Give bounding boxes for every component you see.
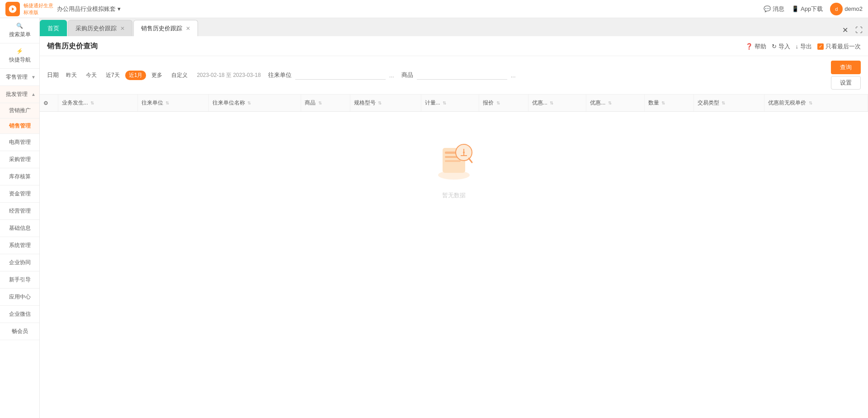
sort-icon-discount1: ⇅ [550,100,553,105]
col-discount1[interactable]: 优惠... ⇅ [528,95,586,112]
sidebar-label-wholesale: 批发管理 [4,90,29,98]
date-option-today[interactable]: 今天 [82,71,100,80]
sidebar-item-inventory[interactable]: 库存核算 [0,168,39,185]
tab-bar-actions: ✕ ⛶ [840,24,868,36]
sidebar-item-wholesale[interactable]: 批发管理 ▲ [0,86,39,103]
app-selector[interactable]: 办公用品行业模拟账套 ▾ [57,5,121,13]
maximize-btn[interactable]: ⛶ [854,24,864,36]
tab-close-sales[interactable]: ✕ [186,26,190,31]
col-pretax-price[interactable]: 优惠前无税单价 ⇅ [764,95,868,112]
sales-track-label: 销售历史价跟踪 [141,24,182,33]
date-option-yesterday[interactable]: 昨天 [62,71,80,80]
tab-purchase-track[interactable]: 采购历史价跟踪 ✕ [68,20,132,36]
sidebar-item-corp-collab[interactable]: 企业协同 [0,254,39,271]
help-icon: ❓ [745,43,753,50]
sidebar-label-operations: 经营管理 [9,207,31,215]
table-head: ⚙ 业务发生... ⇅ 往来单位 ⇅ 往来单位名称 [40,95,868,112]
svg-line-9 [469,158,472,162]
table-settings-icon[interactable]: ⚙ [43,100,48,106]
message-label: 消息 [773,5,784,13]
settings-button[interactable]: 设置 [831,76,861,90]
chevron-down-icon: ▾ [118,5,121,12]
tab-home[interactable]: 首页 [40,20,67,36]
sidebar-item-marketing[interactable]: 营销推广 [0,103,39,119]
col-partner-name-label: 往来单位名称 [212,100,245,106]
date-option-7days[interactable]: 近7天 [102,71,123,80]
sidebar-item-operations[interactable]: 经营管理 [0,203,39,220]
sidebar-label-member: 畅会员 [12,328,28,335]
col-price[interactable]: 报价 ⇅ [479,95,528,112]
sidebar-item-corp-wechat[interactable]: 企业微信 [0,306,39,323]
import-btn[interactable]: ↻ 导入 [772,43,790,51]
date-option-custom[interactable]: 自定义 [168,71,191,80]
partner-input[interactable] [295,71,386,80]
sort-icon-trade-type: ⇅ [722,100,725,105]
content-area: 首页 采购历史价跟踪 ✕ 销售历史价跟踪 ✕ ✕ ⛶ 销售历史价查询 [40,18,868,418]
date-option-1month[interactable]: 近1月 [125,71,146,80]
topbar-left: 畅捷通好生意 标准版 办公用品行业模拟账套 ▾ [5,2,121,16]
sidebar-item-retail[interactable]: 零售管理 ▼ [0,69,39,86]
filter-row: 日期 昨天 今天 近7天 近1月 更多 自定义 2023-02-18 至 202… [40,56,868,95]
sort-icon-partner-name: ⇅ [247,100,251,105]
user-label: demo2 [844,5,863,12]
page-header-actions: ❓ 帮助 ↻ 导入 ↓ 导出 只看最后一次 [745,43,861,51]
sidebar-item-basic[interactable]: 基础信息 [0,220,39,237]
data-table: ⚙ 业务发生... ⇅ 往来单位 ⇅ 往来单位名称 [40,95,868,112]
only-last-checkbox[interactable]: 只看最后一次 [817,43,861,51]
col-unit-label: 计量... [425,100,440,106]
col-goods[interactable]: 商品 ⇅ [301,95,350,112]
sidebar-item-sales[interactable]: 销售管理 [0,119,39,134]
filter-goods-group: 商品 ... [401,71,516,80]
tab-sales-track[interactable]: 销售历史价跟踪 ✕ [133,20,198,36]
sidebar-item-newbie[interactable]: 新手引导 [0,271,39,289]
user-menu[interactable]: d demo2 [830,3,863,15]
col-quantity[interactable]: 数量 ⇅ [645,95,694,112]
col-pretax-price-label: 优惠前无税单价 [768,100,806,106]
sort-icon-discount2: ⇅ [608,100,612,105]
help-btn[interactable]: ❓ 帮助 [745,43,766,51]
col-partner-code[interactable]: 往来单位 ⇅ [138,95,209,112]
sidebar-item-search[interactable]: 🔍 搜索菜单 [0,18,39,43]
sidebar-item-purchase[interactable]: 采购管理 [0,151,39,168]
col-spec[interactable]: 规格型号 ⇅ [350,95,421,112]
app-download-btn[interactable]: 📱 App下载 [792,5,823,13]
sidebar-label-finance: 资金管理 [9,190,31,198]
col-partner-code-label: 往来单位 [142,100,163,106]
sort-icon-biz-date: ⇅ [90,100,94,105]
page-header: 销售历史价查询 ❓ 帮助 ↻ 导入 ↓ 导出 [40,36,868,56]
col-quantity-label: 数量 [648,100,659,106]
help-label: 帮助 [755,43,766,51]
goods-input[interactable] [417,71,507,80]
sidebar-label-sales: 销售管理 [9,123,31,129]
query-button[interactable]: 查询 [831,61,861,74]
page-title: 销售历史价查询 [47,42,98,51]
sidebar-label-app-center: 应用中心 [9,293,31,301]
col-biz-date[interactable]: 业务发生... ⇅ [58,95,138,112]
sidebar-label-purchase: 采购管理 [9,156,31,163]
sidebar-item-system[interactable]: 系统管理 [0,237,39,254]
empty-state: 暂无数据 [40,112,868,227]
svg-rect-4 [445,160,461,162]
col-trade-type[interactable]: 交易类型 ⇅ [693,95,764,112]
table-area: ⚙ 业务发生... ⇅ 往来单位 ⇅ 往来单位名称 [40,95,868,418]
date-option-more[interactable]: 更多 [148,71,166,80]
col-discount2[interactable]: 优惠... ⇅ [586,95,645,112]
sidebar-item-member[interactable]: 畅会员 [0,323,39,340]
col-goods-label: 商品 [305,100,316,106]
partner-filter-label: 往来单位 [268,71,292,79]
export-label: 导出 [800,43,812,51]
sidebar-item-quick-nav[interactable]: ⚡ 快捷导航 [0,43,39,69]
col-partner-name[interactable]: 往来单位名称 ⇅ [208,95,301,112]
message-btn[interactable]: 💬 消息 [764,5,784,13]
sidebar-item-finance[interactable]: 资金管理 [0,185,39,203]
col-unit[interactable]: 计量... ⇅ [421,95,479,112]
quick-nav-icon: ⚡ [16,48,23,54]
partner-dots: ... [389,72,394,79]
import-icon: ↻ [772,43,777,50]
sidebar-item-ecommerce[interactable]: 电商管理 [0,134,39,151]
sidebar-item-app-center[interactable]: 应用中心 [0,289,39,306]
download-icon: 📱 [792,5,799,12]
export-btn[interactable]: ↓ 导出 [796,43,812,51]
tab-close-purchase[interactable]: ✕ [120,26,125,31]
close-all-tabs-btn[interactable]: ✕ [840,24,850,36]
